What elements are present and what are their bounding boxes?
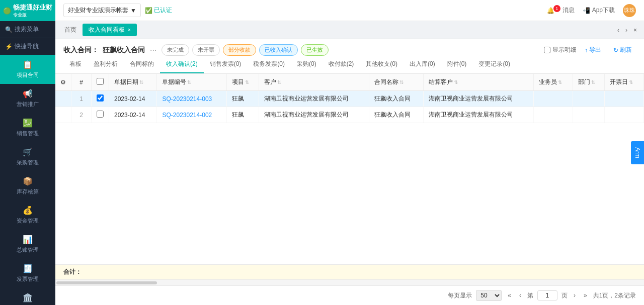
sidebar-item-invoice[interactable]: 🧾 发票管理	[0, 259, 55, 288]
sidebar-item-purchase[interactable]: 🛒 采购管理	[0, 142, 55, 171]
row-checkbox[interactable]	[97, 94, 104, 101]
sidebar-item-label: 库存核算	[17, 188, 39, 195]
select-all-checkbox[interactable]	[97, 78, 104, 85]
cell-checkbox[interactable]	[92, 91, 109, 107]
sidebar-item-tax[interactable]: 🏛️ 税务管理	[0, 288, 55, 305]
tab-home[interactable]: 首页	[60, 24, 80, 36]
tab-tax-invoice[interactable]: 税务发票(0)	[247, 56, 291, 73]
tab-contract-targets[interactable]: 合同标的	[124, 56, 160, 73]
page-suffix: 页	[561, 291, 568, 300]
notification-count: 1	[553, 5, 560, 12]
table-row[interactable]: 2 2023-02-14 SQ-20230214-002 狂飙 湖南卫视商业运营…	[55, 107, 644, 123]
company-name: 好业财专业版演示帐套	[68, 6, 128, 15]
user-profile[interactable]: 珠珠	[623, 4, 636, 17]
tab-other-income[interactable]: 其他收支(0)	[360, 56, 404, 73]
col-settings[interactable]: ⚙	[55, 74, 71, 91]
invoice-icon: 🧾	[23, 264, 33, 273]
tab-income-contract[interactable]: 收入合同看板 ×	[83, 24, 137, 36]
sidebar-item-project[interactable]: 📋 项目合同	[0, 55, 55, 84]
status-incomplete[interactable]: 未完成	[162, 44, 189, 56]
col-date[interactable]: 单据日期⇅	[109, 74, 157, 91]
main-area: 好业财专业版演示帐套 ▼ ✅ 已认证 🔔 1 消息 📲 App下载 珠珠	[55, 0, 644, 305]
contract-menu-btn[interactable]: ···	[150, 46, 156, 55]
col-salesperson[interactable]: 业务员⇅	[533, 74, 573, 91]
app-download-btn[interactable]: 📲 App下载	[583, 6, 615, 15]
arm-side-button[interactable]: Arm	[631, 141, 644, 164]
cell-number[interactable]: SQ-20230214-002	[157, 107, 227, 123]
refresh-btn[interactable]: ↻ 刷新	[609, 44, 636, 56]
cell-settings	[55, 107, 71, 123]
col-project[interactable]: 项目⇅	[227, 74, 259, 91]
sales-icon: 💹	[23, 118, 33, 128]
tab-board[interactable]: 看板	[63, 56, 88, 73]
tab-next-btn[interactable]: ›	[623, 26, 629, 35]
cell-contract: 狂飙收入合同	[369, 107, 424, 123]
sidebar-item-inventory[interactable]: 📦 库存核算	[0, 171, 55, 200]
cell-num: 1	[71, 91, 92, 107]
tab-income-confirm[interactable]: 收入确认(2)	[160, 56, 204, 73]
notification-btn[interactable]: 🔔 1 消息	[547, 6, 575, 15]
sidebar-item-marketing[interactable]: 📢 营销推广	[0, 84, 55, 113]
scroll-thumb[interactable]	[56, 281, 157, 284]
status-uninvoiced[interactable]: 未开票	[192, 44, 220, 56]
sort-customer-icon: ⇅	[277, 79, 281, 85]
horizontal-scrollbar[interactable]	[55, 279, 644, 285]
settings-icon[interactable]: ⚙	[60, 79, 66, 86]
sidebar-item-general[interactable]: 📊 总账管理	[0, 230, 55, 259]
status-partial-received[interactable]: 部分收款	[223, 44, 256, 56]
show-detail-label: 显示明细	[552, 46, 577, 54]
col-number[interactable]: 单据编号⇅	[157, 74, 227, 91]
status-effective[interactable]: 已生效	[301, 44, 329, 56]
tab-attachments[interactable]: 附件(0)	[441, 56, 473, 73]
first-page-btn[interactable]: «	[506, 291, 513, 300]
company-selector[interactable]: 好业财专业版演示帐套 ▼	[63, 4, 141, 17]
cell-date: 2023-02-14	[109, 107, 157, 123]
cell-settlement-customer: 湖南卫视商业运营发展有限公司	[423, 91, 533, 107]
cell-invoice-date	[605, 91, 644, 107]
doc-number-link[interactable]: SQ-20230214-002	[162, 112, 212, 119]
cell-checkbox[interactable]	[92, 107, 109, 123]
table-footer: 合计：	[55, 264, 644, 279]
tab-close-all-btn[interactable]: ×	[631, 26, 639, 35]
tab-warehouse[interactable]: 出入库(0)	[404, 56, 441, 73]
last-page-btn[interactable]: »	[582, 291, 589, 300]
tab-sales-invoice[interactable]: 销售发票(0)	[204, 56, 248, 73]
detail-checkbox-input[interactable]	[544, 47, 550, 53]
tab-profit[interactable]: 盈利分析	[88, 56, 124, 73]
tab-prev-btn[interactable]: ‹	[615, 26, 621, 35]
sidebar-quick-nav[interactable]: ⚡ 快捷导航	[0, 38, 55, 55]
status-confirmed[interactable]: 已收入确认	[259, 44, 298, 56]
page-input[interactable]	[537, 290, 557, 300]
prev-page-btn[interactable]: ‹	[517, 291, 523, 300]
col-checkbox[interactable]	[92, 74, 109, 91]
per-page-select[interactable]: 50 20 100	[476, 290, 502, 301]
sidebar-item-sales[interactable]: 💹 销售管理	[0, 113, 55, 142]
col-contract[interactable]: 合同名称⇅	[369, 74, 424, 91]
col-settlement-customer[interactable]: 结算客户⇅	[423, 74, 533, 91]
next-page-btn[interactable]: ›	[572, 291, 578, 300]
row-checkbox[interactable]	[97, 111, 104, 118]
dropdown-icon: ▼	[130, 7, 136, 14]
sort-number-icon: ⇅	[187, 79, 191, 85]
col-customer[interactable]: 客户⇅	[259, 74, 369, 91]
doc-number-link[interactable]: SQ-20230214-003	[162, 95, 212, 103]
cell-settlement-customer: 湖南卫视商业运营发展有限公司	[423, 107, 533, 123]
cell-number[interactable]: SQ-20230214-003	[157, 91, 227, 107]
tab-receipt[interactable]: 收付款(2)	[323, 56, 360, 73]
sidebar-item-label: 营销推广	[17, 100, 39, 108]
sidebar-search[interactable]: 🔍 搜索菜单	[0, 21, 55, 38]
inner-tabs: 看板 盈利分析 合同标的 收入确认(2) 销售发票(0) 税务发票(0) 采购(…	[55, 56, 644, 74]
sidebar-item-capital[interactable]: 💰 资金管理	[0, 200, 55, 230]
topbar: 好业财专业版演示帐套 ▼ ✅ 已认证 🔔 1 消息 📲 App下载 珠珠	[55, 0, 644, 21]
tab-purchase[interactable]: 采购(0)	[291, 56, 323, 73]
export-btn[interactable]: ↑ 导出	[581, 44, 605, 56]
contract-name: 狂飙收入合同	[103, 46, 145, 55]
col-invoice-date[interactable]: 开票日⇅	[605, 74, 644, 91]
topbar-left: 好业财专业版演示帐套 ▼ ✅ 已认证	[63, 4, 172, 17]
tab-close-btn[interactable]: ×	[128, 27, 131, 33]
tab-change-records[interactable]: 变更记录(0)	[472, 56, 516, 73]
table-row[interactable]: 1 2023-02-14 SQ-20230214-003 狂飙 湖南卫视商业运营…	[55, 91, 644, 107]
col-department[interactable]: 部门⇅	[573, 74, 605, 91]
show-detail-checkbox[interactable]: 显示明细	[544, 46, 577, 54]
topbar-right: 🔔 1 消息 📲 App下载 珠珠	[547, 4, 636, 17]
